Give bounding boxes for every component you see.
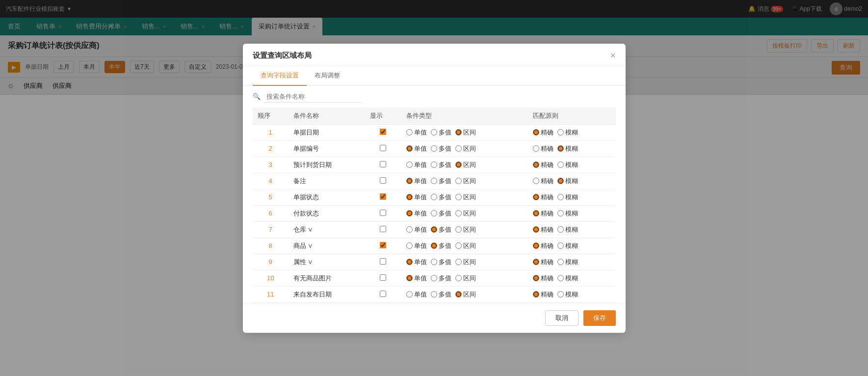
- dialog-tab-query-fields-label: 查询字段设置: [261, 72, 299, 79]
- dialog-tab-query-fields[interactable]: 查询字段设置: [253, 66, 307, 86]
- dialog-close-button[interactable]: ×: [610, 51, 616, 61]
- dialog-tabs: 查询字段设置 布局调整: [243, 66, 626, 86]
- settings-dialog: 设置查询区域布局 × 查询字段设置 布局调整 🔍 顺序 条件名称: [243, 44, 626, 95]
- dialog-search-area: 🔍: [243, 86, 626, 95]
- dialog-header: 设置查询区域布局 ×: [243, 44, 626, 66]
- search-input[interactable]: [263, 91, 362, 95]
- dialog-tab-layout-label: 布局调整: [315, 72, 340, 79]
- search-icon: 🔍: [253, 93, 261, 95]
- dialog-tab-layout[interactable]: 布局调整: [307, 66, 348, 86]
- modal-overlay: 设置查询区域布局 × 查询字段设置 布局调整 🔍 顺序 条件名称: [0, 0, 868, 95]
- dialog-title: 设置查询区域布局: [253, 51, 312, 60]
